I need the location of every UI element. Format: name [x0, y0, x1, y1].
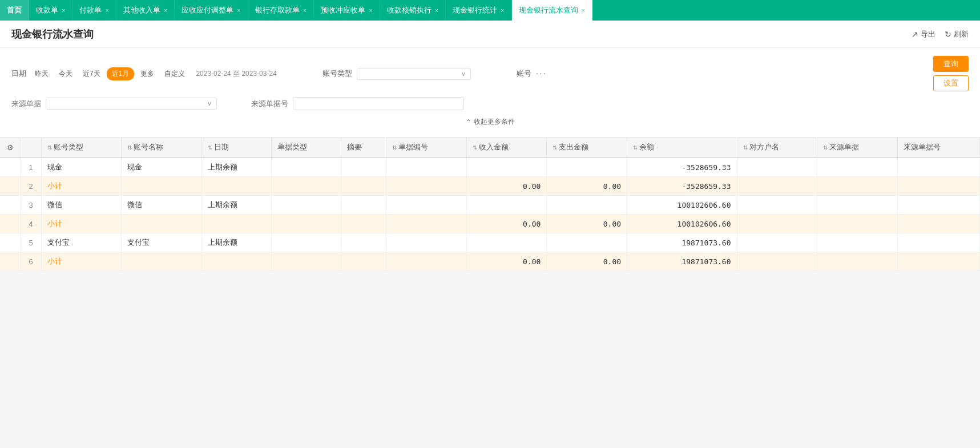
- table-cell-8: [466, 158, 547, 177]
- data-table-container: ⚙⇅账号类型⇅账号名称⇅日期单据类型摘要⇅单据编号⇅收入金额⇅支出金额⇅余额⇅对…: [0, 138, 980, 271]
- close-tab-icon[interactable]: ×: [501, 7, 504, 14]
- table-cell-0: [0, 233, 21, 252]
- date-btn-更多[interactable]: 更多: [136, 67, 158, 80]
- nav-tab-其他收入单[interactable]: 其他收入单×: [116, 0, 175, 21]
- table-cell-12: [817, 215, 898, 233]
- close-tab-icon[interactable]: ×: [435, 7, 438, 14]
- close-tab-icon[interactable]: ×: [62, 7, 65, 14]
- close-tab-icon[interactable]: ×: [237, 7, 240, 14]
- table-col-1[interactable]: ⇅账号名称: [122, 138, 202, 158]
- table-cell-9: [547, 158, 627, 177]
- table-cell-6: [341, 252, 386, 271]
- query-button[interactable]: 查询: [933, 56, 969, 72]
- table-col-5[interactable]: ⇅单据编号: [386, 138, 467, 158]
- table-cell-1: 6: [21, 252, 41, 271]
- table-cell-9: [547, 233, 627, 252]
- table-col-8[interactable]: ⇅余额: [627, 138, 737, 158]
- table-cell-6: [341, 158, 386, 177]
- nav-tab-银行存取款单[interactable]: 银行存取款单×: [248, 0, 314, 21]
- table-cell-2: 微信: [41, 196, 122, 215]
- nav-tab-收款单[interactable]: 收款单×: [29, 0, 72, 21]
- source-doc-num-input[interactable]: [293, 97, 464, 110]
- table-cell-10: 19871073.60: [627, 233, 737, 252]
- table-col-0[interactable]: ⇅账号类型: [41, 138, 122, 158]
- settings-button[interactable]: 设置: [933, 75, 969, 91]
- table-body: 1现金现金上期余额-3528659.332小计0.000.00-3528659.…: [0, 158, 980, 271]
- table-cell-6: [341, 215, 386, 233]
- table-cell-7: [386, 252, 467, 271]
- export-icon: ↗: [912, 30, 918, 39]
- table-cell-7: [386, 158, 467, 177]
- table-cell-7: [386, 196, 467, 215]
- nav-tab-收款核销执行[interactable]: 收款核销执行×: [380, 0, 446, 21]
- table-cell-1: 1: [21, 158, 41, 177]
- header-actions: ↗ 导出 ↻ 刷新: [912, 29, 969, 39]
- source-doc-select[interactable]: ∨: [46, 98, 217, 110]
- top-navigation: 首页 收款单×付款单×其他收入单×应收应付调整单×银行存取款单×预收冲应收单×收…: [0, 0, 980, 21]
- account-dots[interactable]: ···: [536, 68, 547, 79]
- source-doc-arrow: ∨: [207, 100, 212, 107]
- account-type-filter-group: 账号类型 ∨: [322, 68, 471, 80]
- table-col-10[interactable]: ⇅来源单据: [817, 138, 898, 158]
- table-cell-1: 3: [21, 196, 41, 215]
- sort-icon: ⇅: [823, 144, 828, 151]
- table-cell-0: [0, 158, 21, 177]
- table-cell-12: [817, 158, 898, 177]
- page-title: 现金银行流水查询: [11, 27, 94, 41]
- table-cell-11: [737, 196, 817, 215]
- collapse-bar[interactable]: ⌃ 收起更多条件: [11, 115, 969, 129]
- nav-tab-预收冲应收单[interactable]: 预收冲应收单×: [314, 0, 380, 21]
- table-col-num: [21, 138, 41, 158]
- close-tab-icon[interactable]: ×: [369, 7, 372, 14]
- table-col-6[interactable]: ⇅收入金额: [466, 138, 547, 158]
- source-doc-num-label: 来源单据号: [251, 99, 288, 109]
- table-cell-11: [737, 158, 817, 177]
- table-cell-3: 支付宝: [122, 233, 202, 252]
- table-row: 2小计0.000.00-3528659.33: [0, 177, 980, 196]
- date-btn-今天[interactable]: 今天: [55, 67, 76, 80]
- table-cell-5: [272, 196, 341, 215]
- nav-home[interactable]: 首页: [0, 0, 29, 21]
- refresh-button[interactable]: ↻ 刷新: [945, 29, 969, 39]
- table-cell-9: 0.00: [547, 252, 627, 271]
- nav-tab-付款单[interactable]: 付款单×: [72, 0, 116, 21]
- table-cell-8: 0.00: [466, 215, 547, 233]
- close-tab-icon[interactable]: ×: [582, 7, 585, 14]
- sort-icon: ⇅: [633, 144, 638, 151]
- table-cell-10: 100102606.60: [627, 215, 737, 233]
- refresh-icon: ↻: [945, 30, 951, 39]
- sort-icon: ⇅: [392, 144, 397, 151]
- table-cell-7: [386, 215, 467, 233]
- close-tab-icon[interactable]: ×: [164, 7, 167, 14]
- sort-icon: ⇅: [552, 144, 557, 151]
- date-range-buttons: 昨天今天近7天近1月更多自定义: [31, 67, 189, 80]
- table-col-4: 摘要: [341, 138, 386, 158]
- table-col-2[interactable]: ⇅日期: [201, 138, 271, 158]
- account-filter-group: 账号 ···: [517, 68, 547, 79]
- nav-tab-现金银行流水查询[interactable]: 现金银行流水查询×: [512, 0, 592, 21]
- date-filter-group: 日期 昨天今天近7天近1月更多自定义 2023-02-24 至 2023-03-…: [11, 67, 277, 80]
- table-cell-13: [897, 252, 979, 271]
- account-type-select[interactable]: ∨: [357, 68, 471, 80]
- table-col-9[interactable]: ⇅对方户名: [737, 138, 817, 158]
- table-cell-7: [386, 177, 467, 196]
- table-cell-11: [737, 177, 817, 196]
- export-button[interactable]: ↗ 导出: [912, 29, 935, 39]
- table-settings-col[interactable]: ⚙: [0, 138, 21, 158]
- nav-tab-应收应付调整单[interactable]: 应收应付调整单×: [175, 0, 248, 21]
- date-btn-近7天[interactable]: 近7天: [79, 67, 104, 80]
- date-btn-自定义[interactable]: 自定义: [160, 67, 189, 80]
- date-btn-近1月[interactable]: 近1月: [107, 67, 135, 80]
- close-tab-icon[interactable]: ×: [105, 7, 108, 14]
- table-cell-13: [897, 215, 979, 233]
- table-row: 3微信微信上期余额100102606.60: [0, 196, 980, 215]
- gear-icon[interactable]: ⚙: [7, 143, 14, 152]
- nav-tab-现金银行统计[interactable]: 现金银行统计×: [446, 0, 511, 21]
- close-tab-icon[interactable]: ×: [303, 7, 306, 14]
- table-col-7[interactable]: ⇅支出金额: [547, 138, 627, 158]
- table-cell-13: [897, 158, 979, 177]
- date-btn-昨天[interactable]: 昨天: [31, 67, 53, 80]
- account-type-arrow: ∨: [461, 70, 466, 78]
- table-cell-6: [341, 196, 386, 215]
- date-label: 日期: [11, 68, 26, 79]
